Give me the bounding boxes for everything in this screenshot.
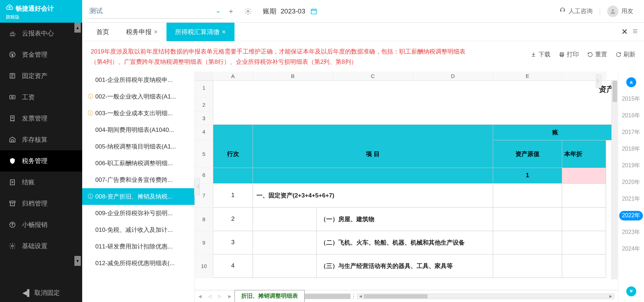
- unpin-button[interactable]: ◀▌ 取消固定: [0, 284, 82, 302]
- vertical-scrollbar[interactable]: [611, 81, 618, 279]
- tab[interactable]: 首页: [88, 23, 118, 41]
- sidebar-item-invoice[interactable]: 发票管理: [0, 108, 82, 129]
- warning-icon: ⓘ: [88, 110, 93, 117]
- year-option[interactable]: 2023年: [619, 228, 643, 237]
- reset-button[interactable]: 重置: [587, 50, 607, 58]
- year-option[interactable]: 2018年: [619, 144, 643, 154]
- report-item[interactable]: 009-企业所得税弥补亏损明...: [82, 205, 194, 222]
- print-button[interactable]: 打印: [559, 50, 579, 58]
- report-item[interactable]: ⓘ003-一般企业成本支出明细...: [82, 105, 194, 122]
- row-header[interactable]: 2: [195, 98, 213, 111]
- cell-value[interactable]: [493, 231, 562, 255]
- report-item[interactable]: ⓘ002-一般企业收入明细表(A1...: [82, 88, 194, 105]
- sidebar-item-expense[interactable]: 小畅报销: [0, 214, 82, 235]
- cell-rowno[interactable]: 1: [213, 184, 253, 208]
- sidebar-scroll-up[interactable]: ▲: [74, 23, 81, 33]
- cell-value[interactable]: [562, 184, 606, 208]
- sidebar-item-archive[interactable]: 归档管理: [0, 193, 82, 214]
- user-menu[interactable]: 用友: [607, 6, 633, 17]
- tabs-menu[interactable]: [632, 28, 638, 36]
- year-option[interactable]: 2019年: [619, 161, 643, 170]
- sheet-nav-prev[interactable]: ◁: [205, 290, 215, 302]
- cell-item[interactable]: （一）房屋、建筑物: [317, 208, 493, 231]
- cell-value[interactable]: [493, 208, 562, 231]
- cell-value[interactable]: [493, 184, 562, 208]
- sidebar-item-asset[interactable]: 固定资产: [0, 65, 82, 86]
- cell-item[interactable]: （二）飞机、火车、轮船、机器、机械和其他生产设备: [317, 231, 493, 255]
- row-header[interactable]: 3: [195, 111, 213, 125]
- sheet-tab-scrollbar[interactable]: [305, 293, 351, 299]
- year-scroll-down[interactable]: [626, 286, 636, 296]
- refresh-button[interactable]: 刷新: [616, 50, 635, 58]
- year-option[interactable]: 2024年: [619, 244, 643, 254]
- expand-sheet[interactable]: 》: [596, 74, 601, 88]
- report-item[interactable]: ⓘ008-资产折旧、摊销及纳税...: [82, 188, 194, 205]
- report-item[interactable]: 007-广告费和业务宣传费跨...: [82, 172, 194, 188]
- report-item[interactable]: 010-免税、减计收入及加计...: [82, 222, 194, 238]
- year-option[interactable]: 2020年: [619, 178, 643, 187]
- sidebar-item-money[interactable]: 资金管理: [0, 44, 82, 65]
- year-option[interactable]: 2016年: [619, 111, 643, 121]
- report-item[interactable]: 001-企业所得税年度纳税申...: [82, 72, 194, 88]
- report-label: 012-减免所得税优惠明细表(...: [95, 259, 175, 267]
- sidebar-scroll-down[interactable]: ▼: [74, 256, 81, 266]
- report-item[interactable]: 004-期间费用明细表(A1040...: [82, 122, 194, 138]
- sidebar-item-salary[interactable]: 工资: [0, 86, 82, 108]
- report-item[interactable]: 005-纳税调整项目明细表(A1...: [82, 138, 194, 155]
- cell-value[interactable]: [562, 255, 606, 278]
- cell-value[interactable]: [493, 255, 562, 278]
- year-option[interactable]: 2022年: [619, 211, 643, 220]
- cell-value[interactable]: [562, 231, 606, 255]
- sidebar-item-settings[interactable]: 基础设置: [0, 235, 82, 257]
- sidebar-item-close-book[interactable]: 结账: [0, 172, 82, 193]
- year-option[interactable]: 2015年: [619, 94, 643, 104]
- sidebar-item-stock[interactable]: 库存核算: [0, 129, 82, 150]
- consult-button[interactable]: 人工咨询: [559, 7, 593, 15]
- cell-rowno[interactable]: 3: [213, 231, 253, 255]
- download-button[interactable]: 下载: [531, 50, 550, 58]
- cell-value[interactable]: [562, 208, 606, 231]
- col-header[interactable]: C: [333, 72, 413, 80]
- sidebar-item-label: 基础设置: [22, 242, 47, 250]
- col-header[interactable]: E: [493, 72, 562, 80]
- row-header[interactable]: 5: [195, 140, 213, 168]
- tabs-close-all[interactable]: ✕: [619, 25, 630, 39]
- sidebar-item-chart[interactable]: 云报表中心: [0, 23, 82, 44]
- tab-close[interactable]: ✕: [222, 29, 226, 35]
- sheet-tab[interactable]: 折旧、摊销调整明细表: [235, 290, 305, 302]
- tab[interactable]: 所得税汇算清缴✕: [166, 23, 235, 41]
- report-item[interactable]: 006-职工薪酬纳税调整明细...: [82, 155, 194, 172]
- col-header[interactable]: A: [213, 72, 253, 80]
- sheet-nav-first[interactable]: ◀: [195, 290, 205, 302]
- row-header[interactable]: 1: [195, 81, 213, 98]
- period-value[interactable]: 2023-03: [281, 7, 305, 15]
- cell-item[interactable]: 一、固定资产(2+3+4+5+6+7): [253, 184, 493, 208]
- report-item[interactable]: 012-减免所得税优惠明细表(...: [82, 255, 194, 272]
- split-handle[interactable]: ⋮: [351, 290, 354, 302]
- collapse-report-list[interactable]: 《: [194, 178, 200, 195]
- year-option[interactable]: 2017年: [619, 128, 643, 137]
- col-header[interactable]: B: [253, 72, 333, 80]
- settings-button[interactable]: [243, 6, 253, 16]
- row-header[interactable]: 10: [195, 255, 213, 278]
- cell-rowno[interactable]: 4: [213, 255, 253, 278]
- row-header[interactable]: 4: [195, 125, 213, 140]
- report-item[interactable]: 011-研发费用加计扣除优惠...: [82, 238, 194, 255]
- horizontal-scrollbar[interactable]: ◀ ▶: [357, 293, 614, 299]
- row-header[interactable]: 8: [195, 208, 213, 231]
- year-scroll-up[interactable]: [626, 77, 636, 87]
- sheet-nav-next[interactable]: ▷: [215, 290, 225, 302]
- cell-rowno[interactable]: 2: [213, 208, 253, 231]
- add-button[interactable]: ＋: [226, 6, 236, 16]
- col-header[interactable]: D: [413, 72, 493, 80]
- warning-icon: ⓘ: [88, 93, 93, 100]
- row-header[interactable]: 9: [195, 231, 213, 255]
- project-select[interactable]: 测试 ⌄: [88, 4, 222, 19]
- year-option[interactable]: 2021年: [619, 194, 643, 204]
- calendar-icon[interactable]: [309, 6, 319, 16]
- tab-close[interactable]: ✕: [154, 29, 158, 35]
- sidebar-item-tax[interactable]: 税务管理: [0, 150, 82, 172]
- cell-item[interactable]: （三）与生产经营活动有关的器具、工具、家具等: [317, 255, 493, 278]
- sheet-nav-last[interactable]: ▶: [225, 290, 235, 302]
- tab[interactable]: 税务申报✕: [118, 23, 166, 41]
